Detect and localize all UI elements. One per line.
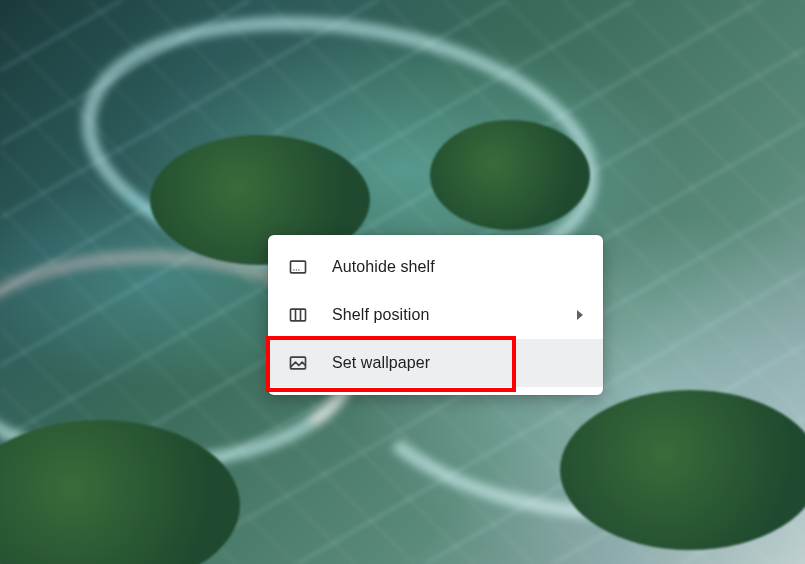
desktop-context-menu: Autohide shelf Shelf position Set wallpa…	[268, 235, 603, 395]
svg-rect-0	[291, 261, 306, 273]
set-wallpaper-icon	[288, 353, 308, 373]
menu-label: Shelf position	[332, 306, 569, 324]
menu-item-autohide-shelf[interactable]: Autohide shelf	[268, 243, 603, 291]
shelf-position-icon	[288, 305, 308, 325]
autohide-shelf-icon	[288, 257, 308, 277]
menu-label: Autohide shelf	[332, 258, 583, 276]
menu-label: Set wallpaper	[332, 354, 583, 372]
svg-point-3	[298, 269, 299, 270]
menu-item-set-wallpaper[interactable]: Set wallpaper	[268, 339, 603, 387]
chevron-right-icon	[577, 310, 583, 320]
svg-rect-4	[291, 309, 306, 321]
svg-point-1	[293, 269, 294, 270]
svg-point-2	[296, 269, 297, 270]
menu-item-shelf-position[interactable]: Shelf position	[268, 291, 603, 339]
